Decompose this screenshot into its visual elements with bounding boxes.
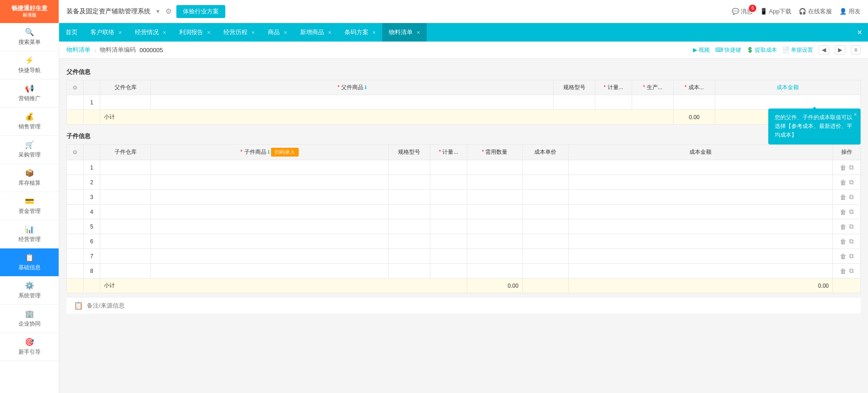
tab-customer-close[interactable]: ✕	[118, 30, 122, 35]
note-input[interactable]	[87, 302, 179, 309]
child-row8-unit-cost[interactable]	[522, 264, 568, 278]
copy-icon[interactable]: ⧉	[849, 178, 854, 186]
child-product-info-icon[interactable]: ℹ	[268, 149, 270, 155]
child-row4-warehouse[interactable]	[100, 205, 151, 219]
delete-icon[interactable]: 🗑	[840, 193, 846, 201]
child-row5-product[interactable]	[151, 219, 389, 234]
trial-button[interactable]: 体验行业方案	[176, 5, 225, 18]
parent-settings-gear-icon[interactable]: ⚙	[72, 85, 78, 91]
child-row3-needed[interactable]	[467, 190, 522, 205]
delete-icon[interactable]: 🗑	[840, 164, 846, 171]
nav-prev-btn[interactable]: ◀	[819, 45, 829, 54]
child-row1-spec[interactable]	[388, 160, 430, 175]
copy-icon[interactable]: ⧉	[849, 163, 854, 171]
child-row5-warehouse[interactable]	[100, 219, 151, 234]
tab-customer[interactable]: 客户联络 ✕	[84, 23, 128, 42]
child-row5-spec[interactable]	[388, 219, 430, 234]
child-row6-spec[interactable]	[388, 234, 430, 249]
child-row1-warehouse[interactable]	[100, 160, 151, 175]
child-row1-needed[interactable]	[467, 160, 522, 175]
single-settings-action[interactable]: 📄 单据设置	[783, 46, 813, 54]
child-row6-measure[interactable]	[430, 234, 467, 249]
sidebar-item-inventory[interactable]: 📦 库存核算	[0, 164, 59, 192]
parent-row1-measure[interactable]	[595, 95, 632, 110]
child-row7-needed[interactable]	[467, 249, 522, 264]
parent-product-info-icon[interactable]: ℹ	[365, 85, 367, 90]
child-row2-unit-cost[interactable]	[522, 175, 568, 190]
child-row4-unit-cost[interactable]	[522, 205, 568, 219]
tab-barcode[interactable]: 条码方案 ✕	[338, 23, 382, 42]
child-row4-spec[interactable]	[388, 205, 430, 219]
child-row7-product[interactable]	[151, 249, 389, 264]
tab-barcode-close[interactable]: ✕	[372, 30, 376, 35]
tooltip-close-btn[interactable]: ×	[854, 110, 857, 119]
child-row1-measure[interactable]	[430, 160, 467, 175]
child-row2-spec[interactable]	[388, 175, 430, 190]
parent-row1-warehouse[interactable]	[100, 95, 151, 110]
copy-icon[interactable]: ⧉	[849, 193, 854, 201]
child-row5-measure[interactable]	[430, 219, 467, 234]
child-row2-measure[interactable]	[430, 175, 467, 190]
sidebar-item-enterprise[interactable]: 🏢 企业协同	[0, 305, 59, 333]
tab-goods[interactable]: 商品 ✕	[261, 23, 294, 42]
parent-row1-spec[interactable]	[554, 95, 595, 110]
child-row7-unit-cost[interactable]	[522, 249, 568, 264]
nav-next-btn[interactable]: ▶	[835, 45, 845, 54]
delete-icon[interactable]: 🗑	[840, 208, 846, 216]
sidebar-item-sales[interactable]: 💰 销售管理	[0, 108, 59, 136]
child-row4-product[interactable]	[151, 205, 389, 219]
child-row6-product[interactable]	[151, 234, 389, 249]
child-row6-needed[interactable]	[467, 234, 522, 249]
scan-input-button[interactable]: 扫码录入	[271, 148, 299, 157]
child-row2-product[interactable]	[151, 175, 389, 190]
child-row3-product[interactable]	[151, 190, 389, 205]
nav-more-close[interactable]: ✕	[851, 29, 868, 36]
dropdown-icon[interactable]: ▼	[155, 8, 161, 15]
tab-business[interactable]: 经营情况 ✕	[128, 23, 173, 42]
tab-home[interactable]: 首页	[59, 23, 84, 42]
cost-action[interactable]: 💲 提取成本	[747, 46, 777, 54]
delete-icon[interactable]: 🗑	[840, 179, 846, 186]
child-row8-needed[interactable]	[467, 264, 522, 278]
copy-icon[interactable]: ⧉	[849, 267, 854, 275]
tab-profit[interactable]: 利润报告 ✕	[173, 23, 217, 42]
child-row7-warehouse[interactable]	[100, 249, 151, 264]
parent-row1-cost[interactable]	[674, 95, 715, 110]
child-row7-measure[interactable]	[430, 249, 467, 264]
child-row8-warehouse[interactable]	[100, 264, 151, 278]
child-row6-warehouse[interactable]	[100, 234, 151, 249]
child-settings-gear-icon[interactable]: ⚙	[72, 149, 78, 156]
child-row1-product[interactable]	[151, 160, 389, 175]
sidebar-item-guide[interactable]: 🎯 新手引导	[0, 333, 59, 361]
child-row5-needed[interactable]	[467, 219, 522, 234]
child-row1-unit-cost[interactable]	[522, 160, 568, 175]
tab-business-close[interactable]: ✕	[163, 30, 166, 35]
tab-profit-close[interactable]: ✕	[207, 30, 211, 35]
user-avatar[interactable]: 👤 用友	[839, 7, 861, 16]
child-row2-warehouse[interactable]	[100, 175, 151, 190]
message-button[interactable]: 💬 消息 6	[732, 7, 753, 16]
online-service-link[interactable]: 🎧 在线客服	[799, 7, 832, 16]
child-row8-measure[interactable]	[430, 264, 467, 278]
child-row3-warehouse[interactable]	[100, 190, 151, 205]
view-action[interactable]: ▶ 视频	[693, 46, 710, 54]
parent-row1-produce[interactable]	[632, 95, 674, 110]
tab-new-goods-close[interactable]: ✕	[328, 30, 332, 35]
copy-icon[interactable]: ⧉	[849, 208, 854, 216]
child-row3-measure[interactable]	[430, 190, 467, 205]
copy-icon[interactable]: ⧉	[849, 237, 854, 245]
delete-icon[interactable]: 🗑	[840, 253, 846, 260]
sidebar-item-operation[interactable]: 📊 经营管理	[0, 220, 59, 248]
tab-bom-close[interactable]: ✕	[416, 30, 420, 35]
sidebar-item-purchase[interactable]: 🛒 采购管理	[0, 136, 59, 164]
child-row4-measure[interactable]	[430, 205, 467, 219]
app-download-link[interactable]: 📱 App下载	[760, 7, 791, 16]
tab-bom[interactable]: 物料清单 ✕	[382, 23, 427, 42]
sidebar-item-marketing[interactable]: 📢 营销推广	[0, 79, 59, 108]
copy-icon[interactable]: ⧉	[849, 252, 854, 260]
delete-icon[interactable]: 🗑	[840, 238, 846, 245]
copy-icon[interactable]: ⧉	[849, 223, 854, 230]
child-row3-unit-cost[interactable]	[522, 190, 568, 205]
sidebar-item-finance[interactable]: 💳 资金管理	[0, 192, 59, 220]
child-row3-spec[interactable]	[388, 190, 430, 205]
